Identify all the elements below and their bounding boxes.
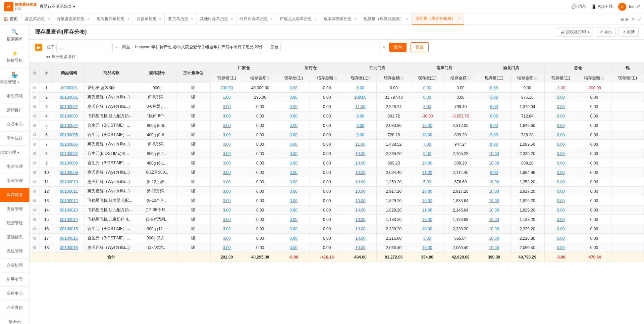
td-code[interactable]: 0000003 [53, 83, 85, 93]
tab-7[interactable]: 材料出库单历史 × [236, 13, 276, 25]
td-gear[interactable]: ⚙ [30, 83, 40, 93]
td-mc-qty[interactable]: 0.00 [277, 234, 310, 243]
tab-6[interactable]: 其他出库单历史 × [197, 13, 236, 25]
td-ck-qty[interactable]: 0.00 [211, 102, 243, 111]
td-gear[interactable]: ⚙ [30, 177, 40, 187]
warehouse-input[interactable] [56, 43, 113, 52]
td-zc-qty[interactable]: 0.00 [544, 205, 577, 215]
td-mc-qty[interactable]: 0.00 [277, 215, 310, 224]
close-icon[interactable]: × [407, 17, 409, 21]
td-jb-qty[interactable]: 10.00 [344, 243, 377, 252]
td-ck-qty[interactable]: 0.00 [211, 130, 243, 140]
sidebar-item-wholesale[interactable]: 批发管理 ▼ [0, 146, 29, 160]
td-mc-qty[interactable]: 0.00 [277, 205, 310, 215]
sidebar-item-retailshop[interactable]: 零售商城 [0, 89, 29, 103]
td-jb-qty[interactable]: 10.00 [344, 205, 377, 215]
td-code[interactable]: 00100010 [53, 177, 85, 187]
sidebar-item-system[interactable]: 系统管理 [0, 244, 29, 259]
td-jb-qty[interactable]: 10.00 [344, 187, 377, 196]
td-jb-qty[interactable]: 9.00 [344, 130, 377, 140]
td-na-qty[interactable]: 10.00 [411, 121, 443, 130]
td-gear[interactable]: ⚙ [30, 121, 40, 130]
td-mc-qty[interactable]: 0.00 [277, 187, 310, 196]
td-na-qty[interactable]: 10.00 [411, 243, 443, 252]
tab-11[interactable]: 现存量（库存分布表） × [412, 13, 464, 25]
tab-2[interactable]: 分量盘点单历史 × [53, 13, 93, 25]
td-na-qty[interactable]: 3.00 [411, 234, 443, 243]
td-code[interactable]: 00100013 [53, 205, 85, 215]
td-yb-qty[interactable]: 10.00 [478, 205, 510, 215]
td-yb-qty[interactable]: 6.00 [478, 102, 510, 111]
color-input[interactable] [280, 43, 381, 52]
td-jb-qty[interactable]: 10.00 [344, 196, 377, 205]
td-na-qty[interactable]: 10.00 [411, 130, 443, 140]
sidebar-item-wechat[interactable]: 企业微信 [0, 301, 29, 315]
td-jb-qty[interactable]: 0.00 [344, 83, 377, 93]
td-ck-qty[interactable]: 0.00 [211, 149, 243, 158]
td-gear[interactable]: ⚙ [30, 243, 40, 252]
tab-8[interactable]: 产成品入库单历史 × [276, 13, 320, 25]
td-mc-qty[interactable]: 0.00 [277, 177, 310, 187]
close-icon[interactable]: × [48, 17, 50, 21]
td-zc-qty[interactable]: 0.00 [544, 196, 577, 205]
td-na-qty[interactable]: 3.00 [411, 102, 443, 111]
td-gear[interactable]: ⚙ [30, 168, 40, 177]
td-mc-qty[interactable]: 0.00 [277, 111, 310, 121]
tab-1[interactable]: 盘点单历史 × [21, 13, 53, 25]
td-code[interactable]: 00100001 [53, 93, 85, 102]
close-icon[interactable]: × [458, 17, 460, 20]
td-yb-qty[interactable]: 10.00 [478, 187, 510, 196]
tab-4[interactable]: 调拨单历史 × [133, 13, 165, 25]
td-ck-qty[interactable]: 0.00 [211, 177, 243, 187]
td-mc-qty[interactable]: 0.00 [277, 168, 310, 177]
td-yb-qty[interactable]: 10.00 [478, 196, 510, 205]
message-btn[interactable]: 💬 消息 [572, 4, 586, 9]
td-ck-qty[interactable]: 0.00 [211, 205, 243, 215]
td-yb-qty[interactable]: 10.00 [478, 177, 510, 187]
close-icon[interactable]: × [231, 17, 233, 21]
td-gear[interactable]: ⚙ [30, 111, 40, 121]
td-yb-qty[interactable]: 0.00 [478, 83, 510, 93]
td-zc-qty[interactable]: 0.00 [544, 168, 577, 177]
td-gear[interactable]: ⚙ [30, 215, 40, 224]
user-menu[interactable]: D demo2 [618, 3, 640, 11]
td-na-qty[interactable]: 7.00 [411, 140, 443, 149]
td-jb-qty[interactable]: 11.00 [344, 102, 377, 111]
sidebar-item-search[interactable]: 🔍 搜索英单 [0, 25, 29, 46]
th-gear[interactable]: ⚙ [30, 63, 40, 83]
td-yb-qty[interactable]: 10.00 [478, 149, 510, 158]
company-dropdown[interactable]: 母婴行业演示陈套 ▾ [40, 4, 75, 9]
td-na-qty[interactable]: 11.00 [411, 205, 443, 215]
td-zc-qty[interactable]: 0.00 [544, 93, 577, 102]
td-code[interactable]: 00100016 [53, 234, 85, 243]
td-na-qty[interactable]: 10.00 [411, 215, 443, 224]
td-yb-qty[interactable]: 10.00 [478, 158, 510, 168]
td-ck-qty[interactable]: 0.00 [211, 168, 243, 177]
td-jb-qty[interactable]: 10.00 [344, 149, 377, 158]
td-na-qty[interactable]: 10.00 [411, 196, 443, 205]
td-yb-qty[interactable]: 10.00 [478, 215, 510, 224]
td-yb-qty[interactable]: 8.00 [478, 111, 510, 121]
td-gear[interactable]: ⚙ [30, 140, 40, 149]
print-btn[interactable]: 🖨 按模板打印 ▾ [557, 28, 593, 37]
query-btn[interactable]: 查询 [389, 43, 407, 52]
td-yb-qty[interactable]: 9.00 [478, 130, 510, 140]
td-zc-qty[interactable]: 0.00 [544, 149, 577, 158]
td-gear[interactable]: ⚙ [30, 158, 40, 168]
td-ck-qty[interactable]: 0.00 [211, 158, 243, 168]
td-mc-qty[interactable]: 0.00 [277, 83, 310, 93]
td-gear[interactable]: ⚙ [30, 187, 40, 196]
close-icon[interactable]: × [127, 17, 129, 21]
td-na-qty[interactable]: 0.00 [411, 83, 443, 93]
td-na-qty[interactable]: 11.00 [411, 168, 443, 177]
td-yb-qty[interactable]: 10.00 [478, 234, 510, 243]
td-gear[interactable]: ⚙ [30, 205, 40, 215]
td-mc-qty[interactable]: 0.00 [277, 149, 310, 158]
td-jb-qty[interactable]: 10.00 [344, 224, 377, 234]
td-ck-qty[interactable]: 0.00 [211, 234, 243, 243]
td-na-qty[interactable]: 0.00 [411, 93, 443, 102]
td-mc-qty[interactable]: 0.00 [277, 130, 310, 140]
td-na-qty[interactable]: 9.00 [411, 149, 443, 158]
tab-3[interactable]: 组装拆卸单历史 × [93, 13, 133, 25]
td-code[interactable]: 00100007 [53, 149, 85, 158]
